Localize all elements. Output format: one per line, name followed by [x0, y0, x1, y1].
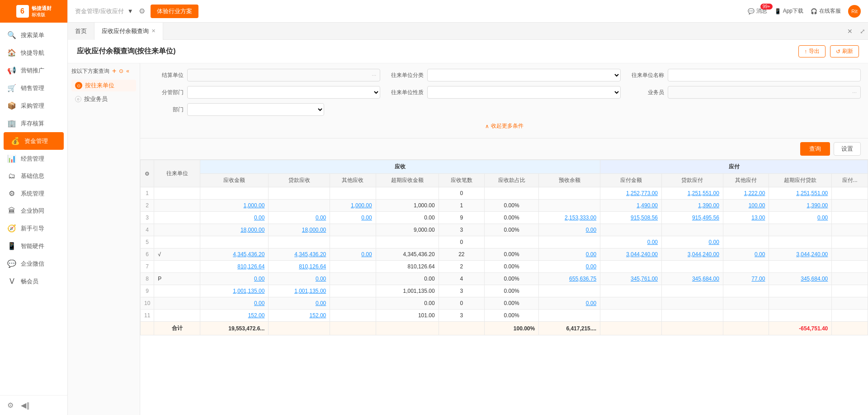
table-cell[interactable]: 18,000.00: [269, 224, 330, 236]
table-cell[interactable]: 2,153,333.00: [539, 212, 600, 224]
table-cell[interactable]: 915,508.56: [600, 212, 662, 224]
table-gear-header[interactable]: ⚙: [141, 160, 154, 187]
table-cell[interactable]: 1,222.00: [723, 187, 769, 200]
table-cell[interactable]: [600, 261, 662, 273]
export-button[interactable]: ↑ 导出: [798, 45, 826, 57]
sidebar-item-search[interactable]: 🔍 搜索菜单: [0, 26, 67, 44]
filter-circle-button[interactable]: ⊙: [119, 68, 123, 74]
table-cell[interactable]: 0.00: [600, 236, 662, 248]
tab-close-icon[interactable]: ✕: [151, 28, 156, 34]
table-cell[interactable]: 18,000.00: [200, 224, 269, 236]
table-cell[interactable]: 0.00: [200, 212, 269, 224]
table-cell[interactable]: [330, 261, 376, 273]
maximize-window-icon[interactable]: ⤢: [857, 27, 868, 36]
sidebar-item-member[interactable]: Ⅴ 畅会员: [0, 272, 67, 290]
sidebar-item-system[interactable]: ⚙ 系统管理: [0, 185, 67, 202]
table-cell[interactable]: 77.00: [723, 273, 769, 285]
filter-add-button[interactable]: +: [112, 67, 116, 75]
sidebar-item-quicknav[interactable]: 🏠 快捷导航: [0, 44, 67, 62]
sidebar-item-basic[interactable]: 🗂 基础信息: [0, 167, 67, 185]
table-cell[interactable]: 1,001,135.00: [269, 285, 330, 297]
table-cell[interactable]: [330, 285, 376, 297]
sidebar-item-guide[interactable]: 🧭 新手引导: [0, 219, 67, 237]
table-cell[interactable]: 1,390.00: [769, 200, 832, 212]
table-cell[interactable]: 1,000.00: [200, 200, 269, 212]
table-cell[interactable]: 152.00: [269, 310, 330, 322]
table-cell[interactable]: 1,251,551.00: [769, 187, 832, 200]
table-cell[interactable]: 3,044,240.00: [769, 248, 832, 261]
table-cell[interactable]: 0.00: [200, 273, 269, 285]
close-window-icon[interactable]: ✕: [844, 27, 855, 36]
sidebar-item-finance[interactable]: 💰 资金管理: [4, 132, 64, 150]
table-cell[interactable]: [723, 236, 769, 248]
unit-nature-select[interactable]: [427, 86, 620, 99]
filter-option-by-staff[interactable]: ○ 按业务员: [71, 93, 136, 105]
promo-button[interactable]: 体验行业方案: [151, 5, 198, 18]
unit-name-input[interactable]: [668, 69, 861, 81]
table-cell[interactable]: 810,126.64: [269, 261, 330, 273]
table-cell[interactable]: [600, 285, 662, 297]
table-cell[interactable]: 0.00: [200, 297, 269, 310]
query-button[interactable]: 查询: [800, 142, 830, 156]
table-cell[interactable]: 4,345,436.20: [269, 248, 330, 261]
table-cell[interactable]: [269, 200, 330, 212]
table-cell[interactable]: 100.00: [723, 200, 769, 212]
table-cell[interactable]: [600, 297, 662, 310]
table-cell[interactable]: [723, 297, 769, 310]
sidebar-item-purchase[interactable]: 📦 采购管理: [0, 97, 67, 114]
header-gear-icon[interactable]: ⚙: [139, 7, 145, 15]
table-cell[interactable]: 345,684.00: [662, 273, 723, 285]
table-cell[interactable]: [769, 236, 832, 248]
table-cell[interactable]: 915,495.56: [662, 212, 723, 224]
table-cell[interactable]: [662, 285, 723, 297]
avatar[interactable]: Rit: [848, 5, 861, 18]
sidebar-item-wechat[interactable]: 💬 企业微信: [0, 255, 67, 272]
dept-manage-select[interactable]: [187, 86, 380, 99]
table-cell[interactable]: [769, 297, 832, 310]
sidebar-item-enterprise[interactable]: 🏛 企业协同: [0, 202, 67, 219]
table-cell[interactable]: [662, 261, 723, 273]
table-cell[interactable]: 1,490.00: [600, 200, 662, 212]
sidebar-item-hardware[interactable]: 📱 智能硬件: [0, 237, 67, 255]
table-cell[interactable]: [769, 310, 832, 322]
table-cell[interactable]: [330, 236, 376, 248]
table-cell[interactable]: [600, 310, 662, 322]
table-cell[interactable]: [269, 236, 330, 248]
table-cell[interactable]: [539, 285, 600, 297]
table-cell[interactable]: 0.00: [723, 248, 769, 261]
table-cell[interactable]: 0.00: [539, 297, 600, 310]
table-cell[interactable]: [769, 224, 832, 236]
table-container[interactable]: ⚙ 往来单位 应收 应付 应收金额 贷款应收 其他应收 超期应收金额: [140, 160, 868, 415]
table-cell[interactable]: 1,001,135.00: [200, 285, 269, 297]
table-cell[interactable]: [662, 297, 723, 310]
breadcrumb-dropdown[interactable]: ▼: [127, 8, 133, 14]
table-cell[interactable]: 1,000.00: [330, 200, 376, 212]
table-cell[interactable]: [200, 236, 269, 248]
tab-receivables[interactable]: 应收应付余额查询 ✕: [94, 23, 163, 40]
table-cell[interactable]: [269, 187, 330, 200]
filter-option-by-unit[interactable]: ⊙ 按往来单位: [71, 80, 136, 91]
table-cell[interactable]: [330, 273, 376, 285]
table-cell[interactable]: 0.00: [539, 224, 600, 236]
collapse-footer-icon[interactable]: ◀‖: [21, 401, 30, 410]
table-cell[interactable]: [330, 187, 376, 200]
table-cell[interactable]: [769, 261, 832, 273]
table-cell[interactable]: 0.00: [662, 236, 723, 248]
unit-category-select[interactable]: [427, 69, 620, 81]
table-cell[interactable]: 0.00: [269, 273, 330, 285]
app-download-button[interactable]: 📱 App下载: [774, 7, 803, 15]
table-cell[interactable]: [662, 224, 723, 236]
tab-home[interactable]: 首页: [68, 23, 94, 40]
table-cell[interactable]: 810,126.64: [200, 261, 269, 273]
table-cell[interactable]: [723, 224, 769, 236]
sidebar-item-marketing[interactable]: 📢 营销推广: [0, 62, 67, 79]
table-cell[interactable]: 152.00: [200, 310, 269, 322]
settlement-input[interactable]: ···: [187, 69, 380, 81]
dept-select[interactable]: [187, 103, 324, 116]
table-cell[interactable]: 0.00: [330, 248, 376, 261]
table-cell[interactable]: 0.00: [539, 248, 600, 261]
table-cell[interactable]: 0.00: [269, 212, 330, 224]
table-cell[interactable]: 3,044,240.00: [662, 248, 723, 261]
sidebar-item-operations[interactable]: 📊 经营管理: [0, 150, 67, 167]
table-cell[interactable]: [662, 310, 723, 322]
